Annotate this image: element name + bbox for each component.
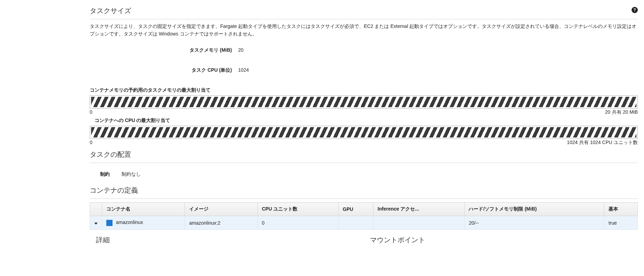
constraint-row: 制約 制約なし — [90, 166, 638, 184]
col-memlimit[interactable]: ハード/ソフトメモリ制限 (MiB) — [465, 203, 604, 216]
task-size-heading-text: タスクサイズ — [90, 7, 131, 14]
detail-panel-right: マウントポイント — [364, 231, 638, 249]
cell-inference — [373, 216, 465, 229]
memory-alloc-right: 20 共有 20 MiB — [605, 109, 638, 115]
task-cpu-label: タスク CPU (単位) — [90, 67, 238, 73]
task-cpu-value: 1024 — [238, 67, 249, 73]
task-placement-heading-text: タスクの配置 — [90, 151, 131, 158]
col-cpu-units[interactable]: CPU ユニット数 — [257, 203, 338, 216]
container-def-table: コンテナ名 イメージ CPU ユニット数 GPU Inference アクセ..… — [90, 202, 638, 229]
cell-cpu: 0 — [257, 216, 338, 229]
task-memory-row: タスクメモリ (MiB) 20 — [90, 47, 638, 53]
task-size-heading: タスクサイズ ? — [90, 4, 638, 19]
cell-container-name-text: amazonlinux — [116, 219, 143, 225]
cpu-alloc-right: 1024 共有 1024 CPU ユニット数 — [567, 140, 638, 146]
help-icon[interactable]: ? — [632, 7, 638, 13]
cell-essential: true — [604, 216, 638, 229]
container-def-heading: コンテナの定義 — [90, 184, 638, 199]
task-cpu-row: タスク CPU (単位) 1024 — [90, 67, 638, 73]
chevron-down-icon[interactable] — [94, 223, 98, 225]
cell-gpu — [339, 216, 373, 229]
row-expander[interactable] — [90, 216, 102, 229]
cpu-alloc-fill — [91, 127, 636, 137]
task-placement-heading: タスクの配置 — [90, 148, 638, 163]
task-memory-value: 20 — [238, 47, 244, 53]
detail-panel-left: 詳細 — [90, 231, 364, 249]
detail-panels: 詳細 マウントポイント — [90, 231, 638, 249]
expander-header — [90, 203, 102, 216]
constraint-value: 制約なし — [117, 171, 141, 177]
col-essential[interactable]: 基本 — [604, 203, 638, 216]
task-memory-label: タスクメモリ (MiB) — [90, 47, 238, 53]
task-size-description: タスクサイズにより、タスクの固定サイズを指定できます。Fargate 起動タイプ… — [90, 23, 638, 38]
memory-alloc-legend: 0 20 共有 20 MiB — [90, 109, 638, 115]
memory-alloc-title: コンテナメモリの予約用のタスクメモリの最大割り当て — [90, 87, 638, 93]
constraint-label: 制約 — [90, 171, 117, 177]
table-row[interactable]: amazonlinux amazonlinux:2 0 20/-- true — [90, 216, 638, 229]
cpu-alloc-legend: 0 1024 共有 1024 CPU ユニット数 — [90, 140, 638, 146]
memory-alloc-left: 0 — [90, 109, 92, 115]
cell-container-name: amazonlinux — [102, 216, 185, 229]
cell-image: amazonlinux:2 — [185, 216, 257, 229]
cpu-alloc-title: コンテナへの CPU の最大割り当て — [90, 117, 638, 124]
memory-alloc-bar — [90, 95, 638, 109]
col-inference[interactable]: Inference アクセ... — [373, 203, 465, 216]
cpu-alloc-bar — [90, 126, 638, 139]
container-color-swatch — [106, 220, 113, 226]
cpu-alloc-left: 0 — [90, 140, 92, 146]
col-gpu[interactable]: GPU — [339, 203, 373, 216]
col-image[interactable]: イメージ — [185, 203, 257, 216]
container-def-heading-text: コンテナの定義 — [90, 186, 138, 194]
col-container-name[interactable]: コンテナ名 — [102, 203, 185, 216]
cell-memlimit: 20/-- — [465, 216, 604, 229]
container-def-header-row: コンテナ名 イメージ CPU ユニット数 GPU Inference アクセ..… — [90, 203, 638, 216]
memory-alloc-fill — [91, 97, 636, 107]
